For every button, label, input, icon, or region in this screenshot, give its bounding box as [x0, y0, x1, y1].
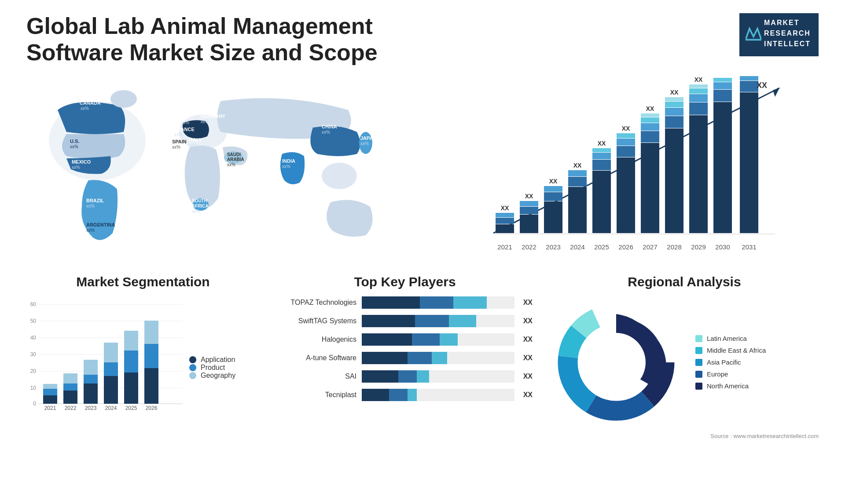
seg-bar-2024: 2024: [104, 343, 118, 411]
legend-asia: Asia Pacific: [695, 358, 766, 366]
donut-legend: Latin America Middle East & Africa Asia …: [695, 335, 766, 390]
val-last: XX: [757, 81, 767, 90]
india-val: xx%: [282, 164, 290, 169]
japan-val: xx%: [360, 141, 369, 146]
logo-line2: RESEARCH: [764, 28, 811, 39]
svg-text:2021: 2021: [44, 405, 56, 411]
brazil-label: BRAZIL: [86, 198, 104, 203]
japan-label: JAPAN: [360, 135, 377, 141]
legend-dot-geography: [189, 372, 196, 379]
bar-2030-d4: [713, 78, 732, 82]
bar-2023-d1: [544, 201, 562, 233]
uk-label: U.K.: [181, 114, 191, 120]
bar-light-swiftag: [449, 315, 476, 327]
year-2024: 2024: [570, 243, 584, 251]
bar-light-atune: [432, 352, 447, 364]
logo-box: MARKET RESEARCH INTELLECT: [739, 13, 819, 56]
y-50: 50: [30, 318, 37, 324]
year-2026: 2026: [618, 243, 633, 251]
val-2022: XX: [525, 193, 533, 200]
svg-text:2024: 2024: [105, 405, 117, 411]
bar-2026-d2: [617, 146, 635, 157]
year-2027: 2027: [643, 243, 657, 251]
player-val-atune: XX: [523, 354, 533, 362]
bar-light-topaz: [453, 296, 487, 309]
greenland-shape: [110, 90, 137, 108]
bar-2027-d3: [641, 123, 659, 131]
year-2025: 2025: [594, 243, 609, 251]
logo-area: MARKET RESEARCH INTELLECT: [739, 13, 819, 56]
val-2025: XX: [598, 140, 606, 147]
y-20: 20: [30, 368, 37, 374]
val-2028: XX: [670, 89, 679, 96]
bar-2028-d3: [665, 108, 683, 116]
legend-label-application: Application: [201, 356, 235, 364]
trend-arrow: [773, 88, 779, 97]
player-name-tecniplast: Tecniplast: [277, 391, 356, 399]
bar-2027-d2: [641, 131, 659, 142]
svg-text:2026: 2026: [146, 405, 158, 411]
y-40: 40: [30, 335, 37, 341]
y-60: 60: [30, 301, 37, 307]
svg-rect-14: [63, 391, 77, 404]
bottom-sections: Market Segmentation 60 50 40 30 20: [26, 274, 819, 439]
bar-2027-d5: [641, 113, 659, 117]
year-2030: 2030: [715, 243, 730, 251]
player-bar-swiftag: [362, 315, 514, 327]
bar-2026-d3: [617, 139, 635, 146]
bar-2028-d1: [665, 128, 683, 233]
bar-2023-d3: [544, 186, 562, 192]
bar-2028-d4: [665, 102, 683, 107]
bar-dark-swiftag: [362, 315, 415, 327]
bar-mid-swiftag: [415, 315, 448, 327]
bar-2029-d4: [689, 88, 708, 94]
player-bar-sai: [362, 370, 514, 383]
map-svg: CANADA xx% U.S. xx% MEXICO xx% BRAZIL xx…: [26, 75, 432, 259]
bar-2029-d5: [689, 84, 708, 88]
label-na: North America: [707, 382, 749, 390]
bar-2030-d2: [713, 90, 732, 102]
bar-2022-d2: [520, 207, 538, 214]
bar-dark-tecniplast: [362, 389, 389, 401]
bar-2021-d1: [496, 224, 514, 233]
val-2023: XX: [549, 178, 558, 185]
us-label: U.S.: [70, 139, 79, 144]
source-line: Source : www.marketresearchintellect.com: [550, 433, 819, 439]
player-val-tecniplast: XX: [523, 391, 533, 399]
bar-mid-sai: [398, 370, 417, 383]
china-val: xx%: [322, 130, 330, 135]
seg-chart-area: 60 50 40 30 20 10 0: [26, 296, 185, 421]
canada-shape: [58, 102, 125, 134]
spain-val: xx%: [172, 145, 180, 150]
bar-2031-d1: [740, 92, 758, 233]
player-bar-topaz: [362, 296, 514, 309]
segmentation-section: Market Segmentation 60 50 40 30 20: [26, 274, 260, 439]
label-latam: Latin America: [707, 335, 747, 342]
bar-2031-d3: [740, 76, 758, 80]
germany-label: GERMANY: [201, 113, 226, 119]
svg-rect-26: [124, 367, 138, 404]
france-val: xx%: [174, 132, 183, 137]
legend-na: North America: [695, 382, 766, 390]
svg-rect-20: [84, 360, 98, 375]
france-label: FRANCE: [174, 127, 195, 132]
bar-2029-d3: [689, 94, 708, 102]
legend-dot-application: [189, 356, 196, 363]
player-row-topaz: TOPAZ Technologies XX: [277, 296, 533, 309]
bar-chart-svg: 2021 XX 2022 XX 2023 XX 2024 XX: [450, 75, 819, 259]
bar-dark-sai: [362, 370, 398, 383]
bar-2030-d3: [713, 82, 732, 89]
year-2028: 2028: [667, 243, 681, 251]
svg-rect-28: [124, 331, 138, 351]
bar-2022-d1: [520, 215, 538, 233]
dot-latam: [695, 335, 702, 342]
bar-2031-d2: [740, 81, 758, 92]
bar-2028-d5: [665, 97, 683, 101]
logo-line3: INTELLECT: [764, 39, 811, 49]
svg-rect-32: [144, 321, 158, 344]
bar-light-sai: [417, 370, 429, 383]
bar-2029-d1: [689, 115, 708, 233]
legend-dot-product: [189, 364, 196, 371]
svg-rect-18: [84, 383, 98, 404]
val-2027: XX: [646, 105, 654, 112]
